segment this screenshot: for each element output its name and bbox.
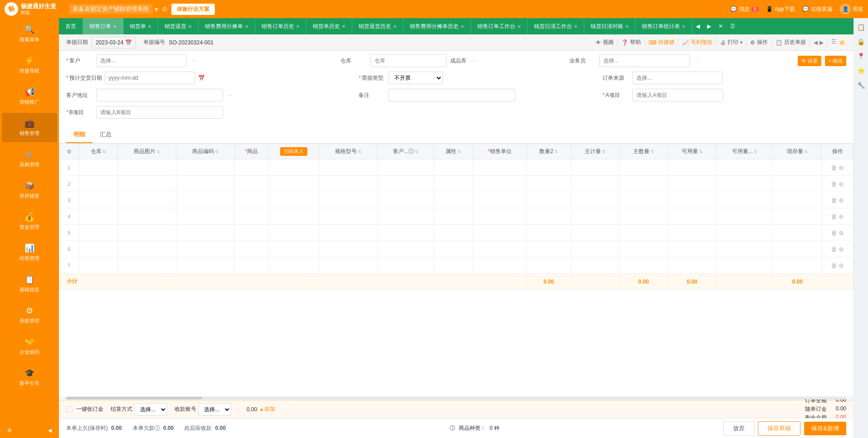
tab-sales-expense[interactable]: 销售费用分摊单 ✕ bbox=[199, 18, 255, 34]
scan-btn[interactable]: 扫码录入 bbox=[280, 147, 307, 156]
row-copy-btn-3[interactable]: ⊕ bbox=[839, 197, 844, 204]
right-panel-icon-4[interactable]: ⭐ bbox=[856, 65, 867, 76]
toolbar-operation-btn[interactable]: ⚙操作 bbox=[750, 39, 768, 46]
add-btn[interactable]: ● 添加 bbox=[260, 405, 275, 413]
save-draft-btn[interactable]: 保存草稿 bbox=[758, 421, 800, 436]
row-copy-btn-5[interactable]: ⊕ bbox=[839, 229, 844, 236]
delivery-date-calendar-icon[interactable]: 📅 bbox=[198, 75, 205, 81]
th-available-qty[interactable]: 可用量 bbox=[668, 144, 716, 159]
add-row-right-btn[interactable]: + 物流 bbox=[825, 56, 846, 66]
row-delete-btn-4[interactable]: 🗑 bbox=[831, 213, 837, 220]
tab-expense-history-close[interactable]: ✕ bbox=[461, 24, 464, 29]
tab-order-workbench[interactable]: 销售订单工作台 ✕ bbox=[471, 18, 528, 34]
tab-sales-order-history-close[interactable]: ✕ bbox=[296, 24, 300, 29]
discard-btn[interactable]: 放弃 bbox=[723, 421, 754, 436]
tab-prev-btn[interactable]: ◀ bbox=[692, 18, 703, 34]
row-copy-btn-6[interactable]: ⊕ bbox=[839, 245, 844, 253]
th-spec[interactable]: 规格型号 bbox=[319, 144, 377, 159]
warehouse-dots[interactable]: ··· bbox=[471, 58, 475, 64]
tab-sales-order[interactable]: 销售订单 ✕ bbox=[83, 18, 123, 34]
th-gear[interactable]: ⚙ bbox=[59, 144, 79, 159]
th-qty2[interactable]: 数量2 bbox=[527, 144, 571, 159]
th-current-stock[interactable]: 现存量 bbox=[773, 144, 822, 159]
date-field[interactable]: 2023-03-24 📅 bbox=[92, 37, 136, 48]
sidebar-item-shortcut[interactable]: ⚡ 快捷导航 bbox=[2, 50, 57, 80]
remark-input[interactable] bbox=[388, 89, 515, 101]
right-panel-icon-5[interactable]: 🔧 bbox=[856, 80, 867, 91]
toolbar-list-view-btn[interactable]: ☰ bbox=[831, 39, 836, 47]
online-support-btn[interactable]: 💬 在线客服 bbox=[802, 5, 833, 13]
order-source-input[interactable] bbox=[632, 72, 723, 84]
row-copy-btn-1[interactable]: ⊕ bbox=[839, 164, 844, 171]
tab-sales-expense-close[interactable]: ✕ bbox=[245, 24, 248, 29]
th-customer[interactable]: 客户...ⓘ bbox=[377, 144, 434, 159]
sidebar-item-purchase[interactable]: 🛒 采购管理 bbox=[2, 144, 57, 173]
row-copy-btn-4[interactable]: ⊕ bbox=[839, 213, 844, 220]
row-delete-btn-1[interactable]: 🗑 bbox=[831, 164, 837, 171]
tab-sales-slip[interactable]: 销货单 ✕ bbox=[123, 18, 158, 34]
account-dots[interactable]: ··· bbox=[235, 406, 239, 413]
sidebar-item-sales[interactable]: 💼 销售管理 bbox=[2, 113, 57, 142]
tab-sales-return-close[interactable]: ✕ bbox=[188, 24, 192, 29]
user-btn[interactable]: 👤 用友 bbox=[840, 4, 863, 14]
tab-sales-order-history[interactable]: 销售订单历史 ✕ bbox=[255, 18, 306, 34]
row-delete-btn-6[interactable]: 🗑 bbox=[831, 245, 837, 253]
settings-right-btn[interactable]: ⚙ 设置 bbox=[798, 56, 821, 66]
tab-sales-return-history[interactable]: 销货退货历史 ✕ bbox=[352, 18, 403, 34]
right-panel-icon-1[interactable]: 📋 bbox=[856, 22, 867, 33]
tab-home[interactable]: 首页 bbox=[59, 18, 83, 34]
toolbar-grid-view-btn[interactable]: ⊞ bbox=[838, 39, 846, 47]
sidebar-item-enterprise[interactable]: 🤝 企业协同 bbox=[2, 332, 57, 361]
row-copy-btn-2[interactable]: ⊕ bbox=[839, 180, 844, 188]
row-delete-btn-3[interactable]: 🗑 bbox=[831, 197, 837, 204]
detail-tab-huizong[interactable]: 汇总 bbox=[92, 127, 119, 143]
save-new-btn[interactable]: 保存&新增 bbox=[804, 422, 846, 435]
one-click-checkbox[interactable] bbox=[66, 406, 73, 413]
tab-sales-statistics-close[interactable]: ✕ bbox=[682, 24, 685, 29]
staff-input[interactable] bbox=[599, 54, 690, 67]
calendar-icon[interactable]: 📅 bbox=[125, 39, 132, 46]
payment-method-select[interactable]: 选择... bbox=[134, 403, 167, 416]
sidebar-item-inventory[interactable]: 📦 库存核算 bbox=[2, 175, 57, 205]
a-project-input[interactable] bbox=[632, 89, 723, 101]
tab-sales-return-history-close[interactable]: ✕ bbox=[393, 24, 397, 29]
sidebar-item-guide[interactable]: 🎓 新手引导 bbox=[2, 363, 57, 392]
account-select[interactable]: 选择... bbox=[198, 403, 231, 416]
tab-daily-reconcile[interactable]: 钱货日清对账 ✕ bbox=[584, 18, 635, 34]
th-attribute[interactable]: 属性 bbox=[434, 144, 472, 159]
th-available-qty2[interactable]: 可用量... bbox=[716, 144, 773, 159]
tab-daily-clear-workbench-close[interactable]: ✕ bbox=[574, 24, 577, 29]
customer-address-input[interactable] bbox=[96, 89, 223, 101]
row-delete-btn-7[interactable]: 🗑 bbox=[831, 262, 837, 269]
tab-sales-order-close[interactable]: ✕ bbox=[113, 24, 116, 29]
customer-address-dots[interactable]: ··· bbox=[228, 92, 232, 98]
row-delete-btn-2[interactable]: 🗑 bbox=[831, 180, 837, 188]
message-btn[interactable]: 💬 消息 9 bbox=[730, 5, 759, 13]
th-main-unit[interactable]: 主计量 bbox=[571, 144, 619, 159]
th-warehouse[interactable]: 仓库 bbox=[79, 144, 117, 159]
sidebar-settings-btn[interactable]: ⚙ bbox=[4, 423, 15, 438]
solution-btn[interactable]: 体验行业方案 bbox=[171, 4, 215, 15]
th-scan[interactable]: 扫码录入 bbox=[269, 144, 319, 159]
toolbar-view-btn[interactable]: 👁视频 bbox=[596, 39, 614, 46]
right-panel-icon-3[interactable]: 📍 bbox=[856, 51, 867, 62]
toolbar-history-btn[interactable]: 📋历史单据 bbox=[776, 39, 806, 46]
sidebar-item-finance[interactable]: 💰 资金管理 bbox=[2, 207, 57, 236]
sidebar-collapse-btn[interactable]: ◀ bbox=[44, 423, 55, 438]
tab-sales-slip-history[interactable]: 销货单历史 ✕ bbox=[306, 18, 352, 34]
sidebar-item-management[interactable]: 📊 经营管理 bbox=[2, 238, 57, 267]
tab-next-btn[interactable]: ▶ bbox=[703, 18, 715, 34]
toolbar-profit-btn[interactable]: 📈毛利预告 bbox=[682, 39, 713, 46]
warehouse-input[interactable] bbox=[370, 54, 446, 67]
sidebar-item-search[interactable]: 🔍 搜索菜单 bbox=[2, 19, 57, 48]
customer-input[interactable] bbox=[96, 54, 187, 67]
toolbar-print-btn[interactable]: 🖨打印▾ bbox=[720, 39, 742, 46]
toolbar-prev-btn[interactable]: ◀ bbox=[814, 39, 818, 46]
th-product-image[interactable]: 商品图片 bbox=[117, 144, 176, 159]
th-product-code[interactable]: 商品编码 bbox=[176, 144, 234, 159]
customer-dots[interactable]: ··· bbox=[191, 58, 196, 64]
delivery-date-input[interactable] bbox=[105, 72, 195, 84]
tab-sales-slip-close[interactable]: ✕ bbox=[148, 24, 151, 29]
right-panel-icon-2[interactable]: 🔒 bbox=[856, 36, 867, 47]
row-delete-btn-5[interactable]: 🗑 bbox=[831, 229, 837, 236]
